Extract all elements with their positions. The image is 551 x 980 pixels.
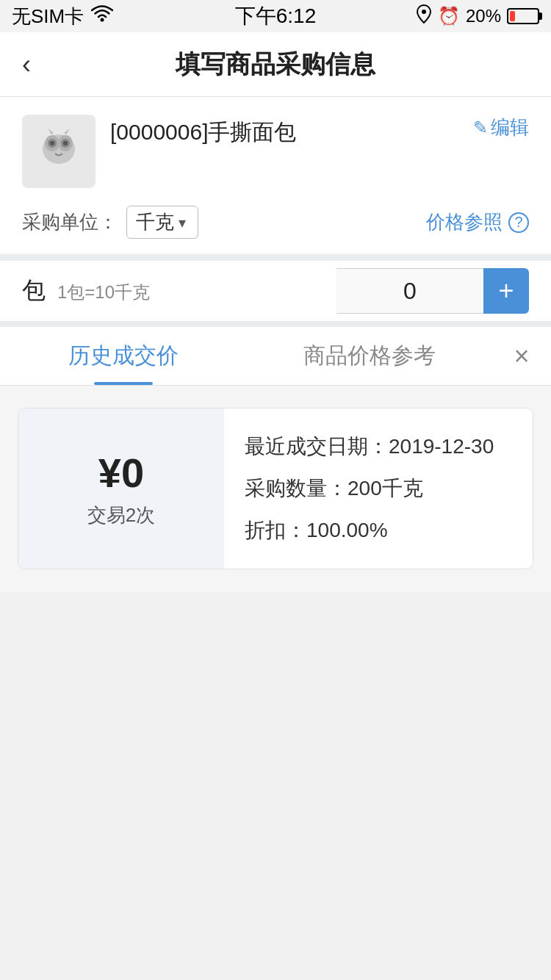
qty-unit-label: 包 bbox=[22, 275, 46, 307]
product-name: [0000006]手撕面包 bbox=[110, 115, 296, 148]
status-bar: 无SIM卡 下午6:12 ⏰ 20% bbox=[0, 0, 551, 32]
status-time: 下午6:12 bbox=[235, 2, 317, 30]
tab-reference-label: 商品价格参考 bbox=[303, 341, 436, 371]
tab-close-button[interactable]: × bbox=[492, 327, 551, 386]
alarm-icon: ⏰ bbox=[438, 6, 460, 26]
svg-point-8 bbox=[63, 141, 68, 145]
price-card-left: ¥0 交易2次 bbox=[18, 408, 224, 569]
status-right: ⏰ 20% bbox=[416, 4, 539, 28]
discount-label: 折扣： bbox=[245, 519, 306, 541]
unit-left: 采购单位： 千克 ▾ bbox=[22, 206, 198, 239]
unit-label: 采购单位： bbox=[22, 209, 118, 235]
product-top: [0000006]手撕面包 ✎ 编辑 bbox=[22, 115, 529, 188]
product-thumbnail bbox=[22, 115, 96, 188]
tab-history-label: 历史成交价 bbox=[68, 341, 179, 371]
qty-plus-button[interactable]: + bbox=[483, 268, 529, 314]
discount-value: 100.00% bbox=[306, 519, 388, 541]
wifi-icon bbox=[91, 5, 113, 28]
price-amount: ¥0 bbox=[98, 449, 144, 497]
unit-value: 千克 bbox=[136, 209, 174, 235]
edit-label: 编辑 bbox=[491, 115, 529, 140]
battery-icon bbox=[507, 8, 539, 24]
product-section: [0000006]手撕面包 ✎ 编辑 采购单位： 千克 ▾ 价格参照 ? bbox=[0, 97, 551, 253]
purchase-unit-row: 采购单位： 千克 ▾ 价格参照 ? bbox=[22, 206, 529, 239]
tab-product-reference[interactable]: 商品价格参考 bbox=[246, 327, 492, 385]
price-card: ¥0 交易2次 最近成交日期：2019-12-30 采购数量：200千克 折扣：… bbox=[18, 408, 533, 569]
edit-button[interactable]: ✎ 编辑 bbox=[473, 115, 529, 140]
price-content: ¥0 交易2次 最近成交日期：2019-12-30 采购数量：200千克 折扣：… bbox=[0, 386, 551, 591]
tab-bar: 历史成交价 商品价格参考 × bbox=[0, 327, 551, 386]
last-deal-date-value: 2019-12-30 bbox=[389, 435, 494, 458]
tab-history-price[interactable]: 历史成交价 bbox=[0, 327, 246, 385]
nav-bar: ‹ 填写商品采购信息 bbox=[0, 32, 551, 97]
discount-row: 折扣：100.00% bbox=[245, 516, 512, 544]
last-deal-date-row: 最近成交日期：2019-12-30 bbox=[245, 432, 512, 461]
svg-point-0 bbox=[101, 18, 104, 21]
section-divider bbox=[0, 321, 551, 327]
status-left: 无SIM卡 bbox=[12, 4, 113, 29]
quantity-input[interactable]: 0 bbox=[336, 268, 483, 314]
unit-dropdown[interactable]: 千克 ▾ bbox=[126, 206, 198, 239]
page-title: 填写商品采购信息 bbox=[176, 48, 375, 82]
price-trades: 交易2次 bbox=[87, 502, 155, 528]
info-icon: ? bbox=[508, 212, 529, 233]
last-deal-date-label: 最近成交日期： bbox=[245, 435, 389, 458]
purchase-qty-value: 200千克 bbox=[347, 477, 423, 500]
svg-point-7 bbox=[50, 141, 54, 145]
quantity-section: 包 1包=10千克 0 + bbox=[0, 255, 551, 321]
price-ref-label: 价格参照 bbox=[426, 209, 503, 235]
qty-conversion-label: 1包=10千克 bbox=[57, 281, 150, 304]
tab-active-indicator bbox=[94, 382, 153, 385]
back-button[interactable]: ‹ bbox=[0, 49, 53, 80]
battery-percent: 20% bbox=[466, 6, 501, 26]
purchase-qty-label: 采购数量： bbox=[245, 477, 347, 500]
svg-point-1 bbox=[422, 10, 426, 14]
purchase-qty-row: 采购数量：200千克 bbox=[245, 474, 512, 502]
qty-label: 包 1包=10千克 bbox=[22, 275, 150, 307]
edit-icon: ✎ bbox=[473, 118, 488, 138]
price-reference-button[interactable]: 价格参照 ? bbox=[426, 209, 529, 235]
product-owl-icon bbox=[33, 121, 84, 181]
price-card-right: 最近成交日期：2019-12-30 采购数量：200千克 折扣：100.00% bbox=[224, 408, 533, 569]
carrier-label: 无SIM卡 bbox=[12, 4, 84, 29]
qty-input-group: 0 + bbox=[336, 268, 529, 314]
dropdown-arrow-icon: ▾ bbox=[179, 214, 186, 231]
location-icon bbox=[416, 4, 432, 28]
product-left: [0000006]手撕面包 bbox=[22, 115, 296, 188]
